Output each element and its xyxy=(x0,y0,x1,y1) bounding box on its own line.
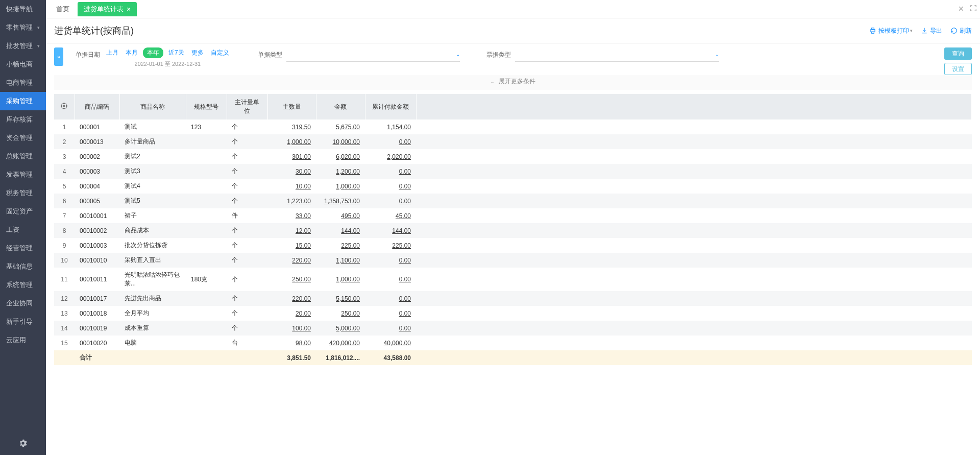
cell-pay[interactable]: 40,000.00 xyxy=(365,336,416,350)
fullscreen-icon[interactable] xyxy=(970,5,977,13)
cell-qty[interactable]: 15.00 xyxy=(267,238,316,253)
sidebar-item-14[interactable]: 基础信息 xyxy=(0,257,46,276)
cell-amt[interactable]: 1,358,753.00 xyxy=(316,194,365,208)
col-header-spec[interactable]: 规格型号 xyxy=(186,94,227,119)
cell-amt[interactable]: 1,000.00 xyxy=(316,179,365,194)
table-row[interactable]: 1500010020电脑台98.00420,000.0040,000.00 xyxy=(54,336,972,350)
cell-pay[interactable]: 0.00 xyxy=(365,134,416,149)
table-row[interactable]: 3000002测试2个301.006,020.002,020.00 xyxy=(54,149,972,164)
cell-pay[interactable]: 2,020.00 xyxy=(365,149,416,164)
cell-pay[interactable]: 0.00 xyxy=(365,321,416,336)
cell-amt[interactable]: 5,150.00 xyxy=(316,291,365,306)
cell-qty[interactable]: 12.00 xyxy=(267,223,316,238)
cell-amt[interactable]: 6,020.00 xyxy=(316,149,365,164)
col-header-pay[interactable]: 累计付款金额 xyxy=(365,94,416,119)
cell-qty[interactable]: 250.00 xyxy=(267,268,316,291)
col-header-amt[interactable]: 金额 xyxy=(316,94,365,119)
col-header-name[interactable]: 商品名称 xyxy=(119,94,186,119)
table-row[interactable]: 1200010017先进先出商品个220.005,150.000.00 xyxy=(54,291,972,306)
col-header-qty[interactable]: 主数量 xyxy=(267,94,316,119)
table-row[interactable]: 1300010018全月平均个20.00250.000.00 xyxy=(54,306,972,321)
sidebar-item-17[interactable]: 新手引导 xyxy=(0,313,46,331)
refresh-button[interactable]: 刷新 xyxy=(950,27,972,35)
cell-qty[interactable]: 20.00 xyxy=(267,306,316,321)
sidebar-item-13[interactable]: 经营管理 xyxy=(0,239,46,257)
table-row[interactable]: 1400010019成本重算个100.005,000.000.00 xyxy=(54,321,972,336)
cell-pay[interactable]: 0.00 xyxy=(365,291,416,306)
table-row[interactable]: 1100010011光明咕浓咕浓轻巧包莱...180克个250.001,000.… xyxy=(54,268,972,291)
cell-amt[interactable]: 1,000.00 xyxy=(316,268,365,291)
cell-amt[interactable]: 1,100.00 xyxy=(316,253,365,268)
sidebar-item-11[interactable]: 固定资产 xyxy=(0,202,46,221)
table-row[interactable]: 1000010010采购直入直出个220.001,100.000.00 xyxy=(54,253,972,268)
tab-close-icon[interactable]: × xyxy=(127,5,131,13)
cell-qty[interactable]: 220.00 xyxy=(267,291,316,306)
tab-active[interactable]: 进货单统计表 × xyxy=(78,2,137,16)
cell-qty[interactable]: 301.00 xyxy=(267,149,316,164)
settings-button[interactable]: 设置 xyxy=(944,63,972,75)
tab-home[interactable]: 首页 xyxy=(50,2,76,16)
table-row[interactable]: 900010003批次分货位拣货个15.00225.00225.00 xyxy=(54,238,972,253)
cell-amt[interactable]: 250.00 xyxy=(316,306,365,321)
cell-qty[interactable]: 33.00 xyxy=(267,208,316,223)
cell-qty[interactable]: 100.00 xyxy=(267,321,316,336)
order-type-select[interactable]: ⌄ xyxy=(286,47,460,62)
sidebar-item-7[interactable]: 资金管理 xyxy=(0,129,46,147)
sidebar-item-8[interactable]: 总账管理 xyxy=(0,147,46,165)
export-button[interactable]: 导出 xyxy=(921,27,942,35)
cell-pay[interactable]: 144.00 xyxy=(365,223,416,238)
cell-qty[interactable]: 30.00 xyxy=(267,164,316,179)
cell-pay[interactable]: 0.00 xyxy=(365,306,416,321)
cell-amt[interactable]: 420,000.00 xyxy=(316,336,365,350)
cell-pay[interactable]: 45.00 xyxy=(365,208,416,223)
date-option-5[interactable]: 自定义 xyxy=(209,47,231,58)
cell-pay[interactable]: 0.00 xyxy=(365,268,416,291)
cell-amt[interactable]: 5,675.00 xyxy=(316,119,365,134)
close-icon[interactable]: × xyxy=(958,4,964,14)
cell-pay[interactable]: 0.00 xyxy=(365,179,416,194)
col-header-code[interactable]: 商品编码 xyxy=(75,94,119,119)
table-row[interactable]: 6000005测试5个1,223.001,358,753.000.00 xyxy=(54,194,972,208)
sidebar-settings-button[interactable] xyxy=(0,433,46,455)
sidebar-item-0[interactable]: 快捷导航 xyxy=(0,0,46,18)
print-template-button[interactable]: 按模板打印 ▾ xyxy=(869,27,913,35)
cell-amt[interactable]: 495.00 xyxy=(316,208,365,223)
cell-qty[interactable]: 1,223.00 xyxy=(267,194,316,208)
cell-pay[interactable]: 0.00 xyxy=(365,194,416,208)
collapse-filter-button[interactable]: » xyxy=(54,47,63,66)
cell-qty[interactable]: 220.00 xyxy=(267,253,316,268)
cell-amt[interactable]: 1,200.00 xyxy=(316,164,365,179)
cell-amt[interactable]: 5,000.00 xyxy=(316,321,365,336)
sidebar-item-15[interactable]: 系统管理 xyxy=(0,276,46,294)
sidebar-item-12[interactable]: 工资 xyxy=(0,221,46,239)
invoice-type-select[interactable]: ⌄ xyxy=(515,47,719,62)
sidebar-item-18[interactable]: 云应用 xyxy=(0,331,46,349)
cell-qty[interactable]: 319.50 xyxy=(267,119,316,134)
cell-amt[interactable]: 10,000.00 xyxy=(316,134,365,149)
cell-pay[interactable]: 0.00 xyxy=(365,164,416,179)
cell-amt[interactable]: 144.00 xyxy=(316,223,365,238)
sidebar-item-9[interactable]: 发票管理 xyxy=(0,165,46,184)
expand-conditions-button[interactable]: ⌄ 展开更多条件 xyxy=(54,75,972,90)
cell-pay[interactable]: 225.00 xyxy=(365,238,416,253)
sidebar-item-6[interactable]: 库存核算 xyxy=(0,110,46,129)
col-header-unit[interactable]: 主计量单位 xyxy=(227,94,267,119)
date-option-1[interactable]: 本月 xyxy=(124,47,140,58)
date-option-4[interactable]: 更多 xyxy=(189,47,206,58)
table-row[interactable]: 700010001裙子件33.00495.0045.00 xyxy=(54,208,972,223)
table-row[interactable]: 4000003测试3个30.001,200.000.00 xyxy=(54,164,972,179)
sidebar-item-10[interactable]: 税务管理 xyxy=(0,184,46,202)
sidebar-item-3[interactable]: 小畅电商 xyxy=(0,55,46,74)
sidebar-item-4[interactable]: 电商管理 xyxy=(0,74,46,92)
cell-qty[interactable]: 10.00 xyxy=(267,179,316,194)
date-option-0[interactable]: 上月 xyxy=(104,47,120,58)
sidebar-item-1[interactable]: 零售管理▾ xyxy=(0,18,46,37)
sidebar-item-16[interactable]: 企业协同 xyxy=(0,294,46,313)
table-row[interactable]: 1000001测试123个319.505,675.001,154.00 xyxy=(54,119,972,134)
cell-qty[interactable]: 1,000.00 xyxy=(267,134,316,149)
table-row[interactable]: 800010002商品成本个12.00144.00144.00 xyxy=(54,223,972,238)
sidebar-item-2[interactable]: 批发管理▾ xyxy=(0,37,46,55)
cell-amt[interactable]: 225.00 xyxy=(316,238,365,253)
cell-pay[interactable]: 1,154.00 xyxy=(365,119,416,134)
sidebar-item-5[interactable]: 采购管理 xyxy=(0,92,46,110)
